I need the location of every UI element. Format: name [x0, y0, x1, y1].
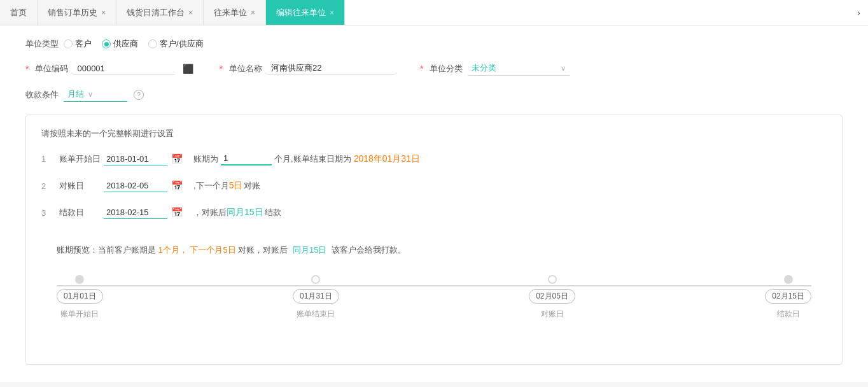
timeline-point-3: 02月15日 结款日: [765, 275, 811, 320]
setting-row-2: 2 对账日 📅 ,下一个月 5日 对账: [41, 179, 827, 192]
payment-select[interactable]: 月结 ∨: [64, 87, 127, 102]
timeline-point-0: 01月01日 账单开始日: [57, 275, 103, 320]
chevron-down-payment-icon: ∨: [88, 90, 93, 99]
card-description: 请按照未来的一个完整帐期进行设置: [41, 128, 827, 139]
tab-home-label: 首页: [10, 7, 27, 18]
timeline-line: [57, 285, 811, 286]
reconcile-highlight: 5日: [229, 180, 243, 192]
timeline-dot-2: [548, 275, 557, 284]
main-content: 单位类型 客户 供应商 客户/供应商 * 单位编码: [0, 25, 868, 382]
unit-name-field: * 单位名称: [219, 62, 394, 75]
close-partner-icon[interactable]: ×: [251, 8, 255, 17]
tab-cashier[interactable]: 钱货日清工作台 ×: [116, 0, 204, 25]
calendar-reconcile-icon[interactable]: 📅: [171, 180, 183, 192]
timeline-badge-2: 02月05日: [529, 289, 575, 304]
unit-category-field: * 单位分类 未分类 ∨: [420, 61, 570, 76]
tab-sales-history-label: 销售订单历史: [48, 7, 97, 18]
row-num-1: 1: [41, 154, 59, 164]
radio-circle-supplier: [102, 39, 111, 48]
preview-part3: 同月15日: [293, 245, 326, 255]
date-reconcile-input[interactable]: [104, 179, 167, 192]
row-num-2: 2: [41, 181, 59, 191]
radio-label-supplier: 供应商: [113, 38, 138, 50]
period-suffix: 个月,账单结束日期为: [274, 153, 351, 165]
period-input[interactable]: [221, 152, 272, 165]
payment-label: 收款条件: [25, 89, 59, 101]
tab-more-button[interactable]: ›: [850, 0, 868, 25]
reconcile-prefix: ,下一个月: [193, 180, 229, 192]
timeline-badge-1: 01月31日: [293, 289, 339, 304]
chevron-right-icon: ›: [857, 8, 860, 18]
date-start-input[interactable]: [104, 153, 167, 165]
tab-partner[interactable]: 往来单位 ×: [204, 0, 266, 25]
unit-code-field: * 单位编码 ⬛: [25, 62, 193, 75]
tab-partner-label: 往来单位: [214, 7, 247, 18]
required-star-code: *: [25, 64, 29, 74]
unit-info-row: * 单位编码 ⬛ * 单位名称 * 单位分类 未分类 ∨: [25, 61, 843, 76]
unit-type-field: 单位类型 客户 供应商 客户/供应商: [25, 38, 204, 50]
calendar-payment-icon[interactable]: 📅: [171, 207, 183, 218]
timeline-point-2: 02月05日 对账日: [529, 275, 575, 320]
timeline-label-3: 结款日: [777, 309, 800, 320]
calendar-start-icon[interactable]: 📅: [171, 153, 183, 165]
reconcile-suffix: 对账: [244, 180, 260, 192]
timeline-badge-3: 02月15日: [765, 289, 811, 304]
settings-card: 请按照未来的一个完整帐期进行设置 1 账单开始日 📅 账期为 个月,账单结束日期…: [25, 115, 843, 365]
timeline-dot-0: [75, 275, 84, 284]
payment-value: 月结: [67, 88, 84, 100]
close-sales-history-icon[interactable]: ×: [101, 8, 106, 17]
payment-row: 收款条件 月结 ∨ ?: [25, 87, 843, 102]
tab-cashier-label: 钱货日清工作台: [127, 7, 185, 18]
unit-type-row: 单位类型 客户 供应商 客户/供应商: [25, 38, 843, 50]
unit-name-input[interactable]: [267, 62, 395, 75]
radio-supplier[interactable]: 供应商: [102, 38, 138, 50]
payment-desc-before: ，对账后: [193, 207, 227, 218]
tab-edit-partner-label: 编辑往来单位: [276, 7, 326, 18]
preview-section: 账期预览：当前客户账期是 1个月， 下一个月5日 对账，对账后 同月15日 该客…: [41, 233, 827, 345]
unit-type-label: 单位类型: [25, 38, 59, 50]
payment-highlight: 同月15日: [227, 207, 263, 218]
radio-circle-customer: [64, 39, 73, 48]
required-star-name: *: [219, 64, 222, 74]
preview-label: 账期预览：当前客户账期是: [57, 245, 156, 255]
unit-code-input[interactable]: [73, 62, 175, 75]
end-date-highlight: 2018年01月31日: [354, 153, 420, 165]
date-start-wrap: 📅: [104, 153, 183, 165]
date-payment-wrap: 📅: [104, 206, 183, 219]
timeline-dot-3: [784, 275, 793, 284]
preview-text: 账期预览：当前客户账期是 1个月， 下一个月5日 对账，对账后 同月15日 该客…: [57, 244, 811, 256]
timeline-dot-1: [311, 275, 320, 284]
copy-icon[interactable]: ⬛: [183, 64, 193, 74]
timeline-badge-0: 01月01日: [57, 289, 103, 304]
radio-label-customer: 客户: [75, 38, 92, 50]
radio-label-both: 客户/供应商: [160, 38, 204, 50]
radio-circle-both: [148, 39, 157, 48]
setting-row-1: 1 账单开始日 📅 账期为 个月,账单结束日期为 2018年01月31日: [41, 152, 827, 165]
timeline-label-0: 账单开始日: [60, 309, 99, 320]
required-star-cat: *: [420, 64, 423, 74]
preview-part2: 下一个月5日: [190, 245, 235, 255]
radio-customer[interactable]: 客户: [64, 38, 92, 50]
preview-mid: 对账，对账后: [238, 245, 288, 255]
preview-part1: 1个月，: [158, 245, 188, 255]
row-type-1: 账单开始日: [59, 153, 104, 165]
period-prefix: 账期为: [193, 153, 218, 165]
help-icon[interactable]: ?: [134, 90, 144, 100]
tab-home[interactable]: 首页: [0, 0, 38, 25]
timeline-label-1: 账单结束日: [297, 309, 335, 320]
unit-name-label: 单位名称: [229, 63, 262, 74]
tab-edit-partner[interactable]: 编辑往来单位 ×: [266, 0, 345, 25]
radio-both[interactable]: 客户/供应商: [148, 38, 204, 50]
row-type-3: 结款日: [59, 207, 104, 218]
tab-sales-history[interactable]: 销售订单历史 ×: [38, 0, 116, 25]
timeline-label-2: 对账日: [541, 309, 564, 320]
close-edit-partner-icon[interactable]: ×: [330, 8, 334, 17]
row-num-3: 3: [41, 208, 59, 218]
close-cashier-icon[interactable]: ×: [188, 8, 193, 17]
radio-group: 客户 供应商 客户/供应商: [64, 38, 204, 50]
unit-code-label: 单位编码: [35, 63, 68, 74]
chevron-down-icon: ∨: [561, 64, 566, 73]
unit-category-select[interactable]: 未分类 ∨: [468, 61, 570, 76]
date-payment-input[interactable]: [104, 206, 167, 219]
setting-row-3: 3 结款日 📅 ，对账后 同月15日 结款: [41, 206, 827, 219]
